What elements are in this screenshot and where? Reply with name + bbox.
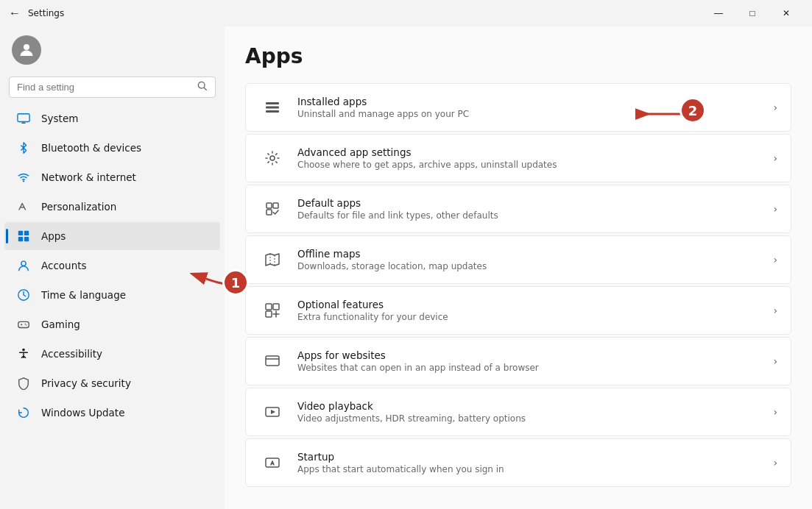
svg-rect-11 [24,237,29,241]
sidebar-item-privacy-label: Privacy & security [41,377,131,389]
close-button[interactable]: ✕ [769,0,803,26]
startup-subtitle: Apps that start automatically when you s… [297,464,761,474]
svg-point-25 [270,156,275,160]
windows-update-icon [16,405,31,420]
app-body: System Bluetooth & devices Network & int… [0,26,812,509]
svg-point-6 [23,180,24,182]
installed-apps-icon [259,94,286,121]
svg-rect-14 [18,321,29,327]
startup-text: Startup Apps that start automatically wh… [297,451,761,474]
sidebar-item-accessibility-label: Accessibility [41,348,102,360]
optional-features-title: Optional features [297,299,761,310]
sidebar-item-system[interactable]: System [4,104,220,132]
svg-rect-26 [266,203,272,208]
apps-for-websites-chevron: › [773,355,777,367]
svg-rect-23 [266,107,279,109]
sidebar-item-time[interactable]: Time & language [4,281,220,309]
svg-line-2 [204,88,206,90]
startup-chevron: › [773,457,777,469]
default-apps-text: Default apps Defaults for file and link … [297,197,761,221]
apps-for-websites-item[interactable]: Apps for websites Websites that can open… [245,337,791,385]
optional-features-subtitle: Extra functionality for your device [297,312,761,322]
sidebar-item-gaming-label: Gaming [41,318,80,330]
svg-rect-33 [273,304,279,310]
video-playback-item[interactable]: Video playback Video adjustments, HDR st… [245,388,791,436]
svg-point-0 [24,44,29,50]
default-apps-chevron: › [773,203,777,215]
sidebar-item-accounts-label: Accounts [41,260,87,271]
offline-maps-item[interactable]: Offline maps Downloads, storage location… [245,235,791,284]
back-button[interactable]: ← [9,7,21,20]
advanced-app-settings-item[interactable]: Advanced app settings Choose where to ge… [245,134,791,182]
sidebar-item-personalization[interactable]: Personalization [4,193,220,221]
search-box[interactable] [9,76,216,98]
startup-icon [259,449,286,476]
svg-rect-10 [18,237,23,241]
svg-rect-9 [24,231,29,235]
sidebar-item-windows-update[interactable]: Windows Update [4,399,220,427]
sidebar-item-time-label: Time & language [41,289,126,301]
offline-maps-chevron: › [773,254,777,266]
video-playback-subtitle: Video adjustments, HDR streaming, batter… [297,413,761,424]
titlebar: ← Settings — □ ✕ [0,0,812,26]
svg-point-18 [26,324,27,325]
offline-maps-title: Offline maps [297,248,761,260]
svg-rect-34 [266,311,272,317]
installed-apps-chevron: › [773,102,777,113]
avatar [12,35,41,65]
apps-icon [16,229,31,243]
network-icon [16,170,31,185]
sidebar-profile [0,26,225,76]
sidebar-item-personalization-label: Personalization [41,201,116,213]
sidebar-item-windows-update-label: Windows Update [41,407,124,419]
settings-list: Installed apps Uninstall and manage apps… [245,83,791,487]
video-playback-title: Video playback [297,400,761,412]
default-apps-item[interactable]: Default apps Defaults for file and link … [245,185,791,233]
installed-apps-subtitle: Uninstall and manage apps on your PC [297,109,761,119]
sidebar-item-network-label: Network & internet [41,171,136,183]
svg-rect-37 [266,356,279,366]
svg-rect-8 [18,231,23,235]
privacy-icon [16,376,31,391]
page-title: Apps [245,44,791,68]
video-playback-text: Video playback Video adjustments, HDR st… [297,400,761,424]
advanced-app-settings-subtitle: Choose where to get apps, archive apps, … [297,160,761,170]
sidebar-item-apps[interactable]: Apps [4,222,220,250]
installed-apps-text: Installed apps Uninstall and manage apps… [297,96,761,119]
titlebar-left: ← Settings [9,7,64,20]
video-playback-chevron: › [773,406,777,418]
content-area: Apps 1 [225,26,812,509]
apps-for-websites-icon [259,348,286,374]
offline-maps-subtitle: Downloads, storage location, map updates [297,261,761,271]
sidebar-item-network[interactable]: Network & internet [4,163,220,191]
maximize-button[interactable]: □ [735,0,769,26]
advanced-app-settings-icon [259,145,286,171]
optional-features-item[interactable]: Optional features Extra functionality fo… [245,286,791,335]
installed-apps-item[interactable]: Installed apps Uninstall and manage apps… [245,83,791,132]
sidebar: System Bluetooth & devices Network & int… [0,26,225,509]
sidebar-item-gaming[interactable]: Gaming [4,310,220,338]
apps-for-websites-text: Apps for websites Websites that can open… [297,349,761,373]
sidebar-item-privacy[interactable]: Privacy & security [4,369,220,397]
startup-item[interactable]: Startup Apps that start automatically wh… [245,438,791,487]
offline-maps-icon [259,246,286,273]
svg-rect-27 [273,203,278,208]
gaming-icon [16,317,31,332]
svg-point-17 [25,324,26,324]
svg-rect-28 [266,210,272,215]
sidebar-item-accessibility[interactable]: Accessibility [4,340,220,368]
sidebar-item-accounts[interactable]: Accounts [4,252,220,280]
svg-rect-3 [18,114,29,122]
minimize-button[interactable]: — [702,0,735,26]
search-input[interactable] [17,82,191,93]
sidebar-item-bluetooth[interactable]: Bluetooth & devices [4,134,220,162]
titlebar-title: Settings [28,8,64,18]
bluetooth-icon [16,140,31,155]
offline-maps-text: Offline maps Downloads, storage location… [297,248,761,271]
svg-rect-22 [266,102,279,104]
accessibility-icon [16,346,31,361]
personalization-icon [16,199,31,214]
time-icon [16,288,31,302]
video-playback-icon [259,399,286,425]
svg-rect-32 [266,304,272,310]
